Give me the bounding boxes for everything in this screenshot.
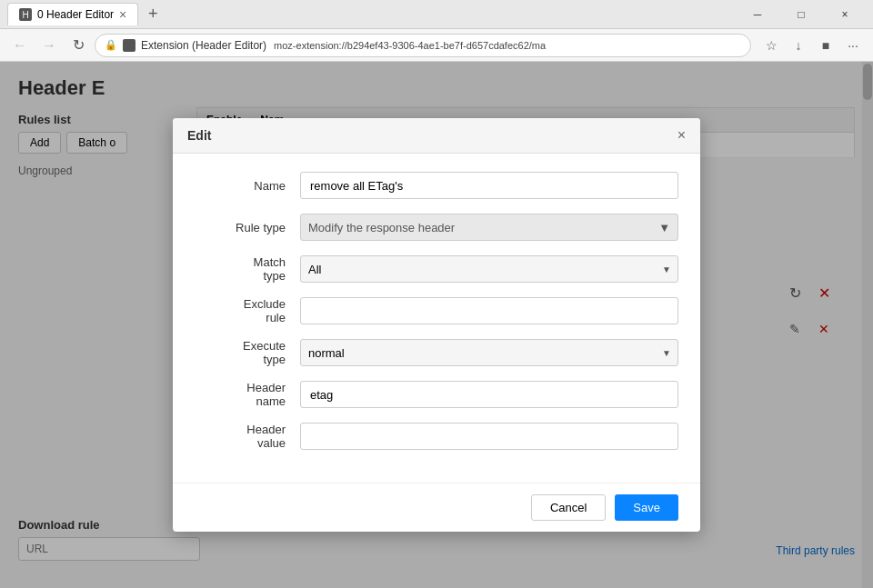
name-input[interactable]	[300, 172, 678, 199]
minimize-button[interactable]: ─	[737, 0, 778, 29]
header-name-input[interactable]	[300, 381, 678, 408]
edit-dialog: Edit × Name Rule type Modify the respons…	[173, 118, 700, 532]
new-tab-button[interactable]: +	[142, 4, 164, 25]
cancel-button[interactable]: Cancel	[531, 494, 606, 521]
nav-bar: ← → ↻ 🔒 Extension (Header Editor) moz-ex…	[0, 29, 873, 62]
header-value-row: Header value	[195, 423, 678, 450]
rule-type-label: Rule type	[195, 221, 286, 234]
rule-type-select: Modify the response header ▼	[300, 214, 678, 241]
window-controls: ─ □ ×	[737, 0, 866, 29]
dialog-title: Edit	[187, 128, 211, 143]
match-type-select[interactable]: All Domain URL URL prefix Regex	[300, 255, 678, 283]
address-url: moz-extension://b294ef43-9306-4ae1-be7f-…	[274, 40, 546, 51]
page-content: Header E Rules list Add Batch o Ungroupe…	[0, 62, 873, 588]
save-button[interactable]: Save	[615, 494, 678, 521]
tab-title: 0 Header Editor	[37, 8, 114, 21]
header-name-label: Header name	[195, 381, 286, 408]
rule-type-row: Rule type Modify the response header ▼	[195, 214, 678, 241]
lock-icon: 🔒	[105, 39, 117, 51]
rule-type-chevron: ▼	[658, 221, 670, 234]
browser-tab[interactable]: H 0 Header Editor ×	[7, 3, 138, 25]
dialog-footer: Cancel Save	[173, 483, 700, 532]
back-button[interactable]: ←	[7, 33, 33, 58]
dialog-header: Edit ×	[173, 118, 700, 154]
refresh-button[interactable]: ↻	[65, 33, 91, 58]
header-name-row: Header name	[195, 381, 678, 408]
execute-type-label: Execute type	[195, 339, 286, 366]
execute-type-wrapper: normal replace delete append ▼	[300, 339, 678, 366]
execute-type-row: Execute type normal replace delete appen…	[195, 339, 678, 366]
tab-close-button[interactable]: ×	[119, 7, 126, 22]
match-type-row: Match type All Domain URL URL prefix Reg…	[195, 255, 678, 283]
match-type-wrapper: All Domain URL URL prefix Regex ▼	[300, 255, 678, 283]
header-value-label: Header value	[195, 423, 286, 450]
more-options-button[interactable]: ···	[840, 33, 866, 58]
exclude-rule-label: Exclude rule	[195, 297, 286, 324]
match-type-label: Match type	[195, 255, 286, 283]
dialog-body: Name Rule type Modify the response heade…	[173, 154, 700, 483]
bookmarks-icon[interactable]: ☆	[758, 33, 784, 58]
forward-button[interactable]: →	[36, 33, 62, 58]
nav-actions: ☆ ↓ ■ ···	[758, 33, 866, 58]
exclude-rule-row: Exclude rule	[195, 297, 678, 324]
header-value-input[interactable]	[300, 423, 678, 450]
extension-icon	[123, 39, 135, 52]
exclude-rule-input[interactable]	[300, 297, 678, 324]
tab-icon: H	[19, 8, 32, 21]
maximize-button[interactable]: □	[780, 0, 822, 29]
downloads-icon[interactable]: ↓	[786, 33, 811, 58]
title-bar: H 0 Header Editor × + ─ □ ×	[0, 0, 873, 29]
name-row: Name	[195, 172, 678, 199]
execute-type-select[interactable]: normal replace delete append	[300, 339, 678, 366]
rule-type-value: Modify the response header	[308, 221, 455, 234]
address-bar[interactable]: 🔒 Extension (Header Editor) moz-extensio…	[95, 34, 751, 57]
dialog-close-button[interactable]: ×	[677, 127, 686, 144]
name-label: Name	[195, 179, 286, 193]
modal-overlay: Edit × Name Rule type Modify the respons…	[0, 62, 873, 588]
address-label: Extension (Header Editor)	[141, 39, 266, 52]
extensions-icon[interactable]: ■	[813, 33, 838, 58]
close-button[interactable]: ×	[824, 0, 866, 29]
